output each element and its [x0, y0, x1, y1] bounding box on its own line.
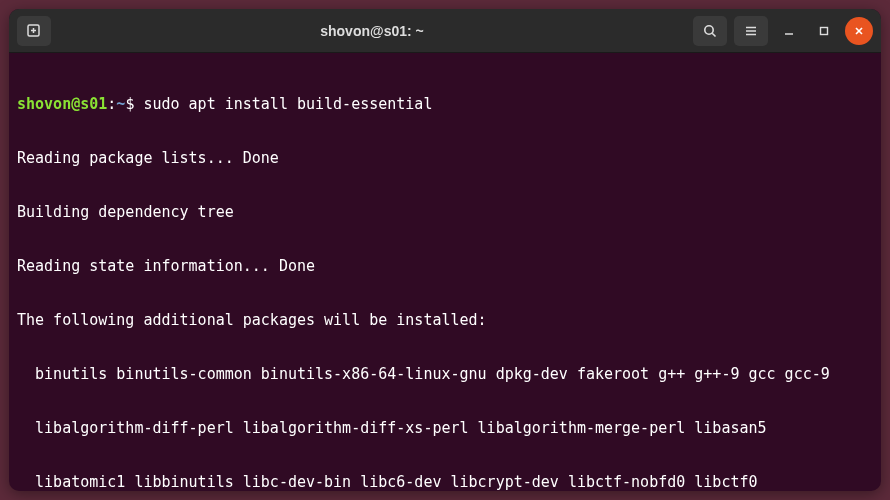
output-line: libalgorithm-diff-perl libalgorithm-diff…: [17, 419, 877, 437]
close-icon: [853, 25, 865, 37]
output-line: libatomic1 libbinutils libc-dev-bin libc…: [17, 473, 877, 491]
maximize-button[interactable]: [810, 17, 838, 45]
menu-button[interactable]: [734, 16, 768, 46]
terminal-body[interactable]: shovon@s01:~$ sudo apt install build-ess…: [9, 53, 881, 491]
minimize-button[interactable]: [775, 17, 803, 45]
maximize-icon: [818, 25, 830, 37]
window-title: shovon@s01: ~: [51, 23, 693, 39]
prompt-user-host: shovon@s01: [17, 95, 107, 113]
output-line: Reading state information... Done: [17, 257, 877, 275]
svg-line-2: [712, 33, 715, 36]
new-tab-icon: [26, 23, 42, 39]
terminal-window: shovon@s01: ~: [9, 9, 881, 491]
prompt-line: shovon@s01:~$ sudo apt install build-ess…: [17, 95, 877, 113]
hamburger-icon: [743, 23, 759, 39]
search-button[interactable]: [693, 16, 727, 46]
search-icon: [702, 23, 718, 39]
close-button[interactable]: [845, 17, 873, 45]
minimize-icon: [783, 25, 795, 37]
prompt-colon: :: [107, 95, 116, 113]
prompt-dollar: $: [125, 95, 143, 113]
typed-command: sudo apt install build-essential: [143, 95, 432, 113]
titlebar: shovon@s01: ~: [9, 9, 881, 53]
output-line: Reading package lists... Done: [17, 149, 877, 167]
output-line: Building dependency tree: [17, 203, 877, 221]
output-line: The following additional packages will b…: [17, 311, 877, 329]
svg-point-1: [705, 25, 713, 33]
output-line: binutils binutils-common binutils-x86-64…: [17, 365, 877, 383]
new-tab-button[interactable]: [17, 16, 51, 46]
svg-rect-7: [821, 27, 828, 34]
